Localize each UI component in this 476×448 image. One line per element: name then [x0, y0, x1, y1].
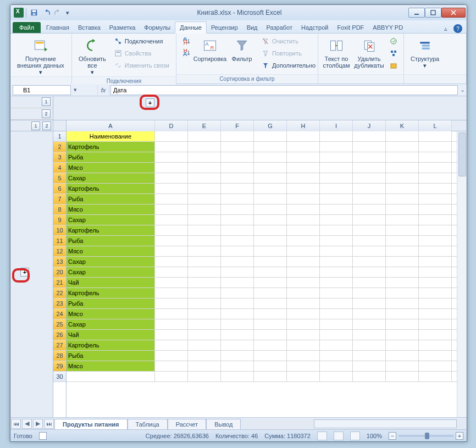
cell[interactable]	[254, 319, 287, 329]
cell[interactable]	[221, 340, 254, 350]
cell[interactable]: Сахар	[67, 215, 155, 225]
tab-foxit[interactable]: Foxit PDF	[333, 22, 368, 33]
row-group-expand-button[interactable]: +	[20, 268, 29, 276]
cell[interactable]	[419, 278, 452, 287]
advanced-filter-button[interactable]: Дополнительно	[259, 60, 318, 71]
cell[interactable]	[287, 163, 320, 173]
cell[interactable]	[188, 361, 221, 371]
cell[interactable]	[419, 361, 452, 371]
tab-formulas[interactable]: Формулы	[140, 22, 175, 33]
cell[interactable]	[155, 361, 188, 371]
cell[interactable]	[419, 351, 452, 361]
cells-grid[interactable]: НаименованиеКартофельРыбаМясоСахарКартоф…	[67, 131, 467, 417]
cell[interactable]	[386, 361, 419, 371]
cell[interactable]	[221, 152, 254, 162]
cell[interactable]	[254, 361, 287, 371]
cell[interactable]	[320, 361, 353, 371]
row-header[interactable]: 3	[53, 152, 66, 163]
cell[interactable]	[386, 351, 419, 361]
row-header[interactable]: 1	[53, 131, 66, 142]
row-header[interactable]: 26	[53, 330, 66, 340]
text-to-columns-button[interactable]: Текст по столбцам	[322, 36, 351, 70]
cell[interactable]	[287, 204, 320, 214]
cell[interactable]	[221, 131, 254, 141]
sheet-nav-next[interactable]: ▶	[33, 419, 43, 429]
cell[interactable]	[188, 372, 221, 381]
whatif-button[interactable]	[387, 60, 400, 71]
cell[interactable]	[320, 184, 353, 193]
cell[interactable]	[155, 173, 188, 183]
row-header[interactable]: 27	[53, 340, 66, 351]
cell[interactable]	[155, 330, 188, 340]
cell[interactable]	[353, 372, 386, 381]
cell[interactable]	[287, 319, 320, 329]
row-header[interactable]: 20	[53, 267, 66, 278]
cell[interactable]	[320, 225, 353, 235]
cell[interactable]	[320, 163, 353, 173]
tab-review[interactable]: Рецензир	[207, 22, 242, 33]
cell[interactable]: Мясо	[67, 309, 155, 319]
cell[interactable]	[419, 257, 452, 267]
cell[interactable]: Рыба	[67, 351, 155, 361]
cell[interactable]	[320, 194, 353, 204]
macro-record-icon[interactable]	[39, 432, 47, 440]
cell[interactable]	[254, 236, 287, 246]
row-header[interactable]: 21	[53, 278, 66, 288]
cell[interactable]	[155, 267, 188, 277]
cell[interactable]	[287, 142, 320, 152]
row-outline-level-2[interactable]: 2	[42, 121, 51, 130]
cell[interactable]	[386, 194, 419, 204]
cell[interactable]	[188, 246, 221, 256]
col-header-L[interactable]: L	[419, 120, 452, 131]
cell[interactable]	[155, 142, 188, 152]
cell[interactable]	[320, 298, 353, 308]
cell[interactable]	[155, 298, 188, 308]
col-outline-level-1[interactable]: 1	[42, 97, 51, 106]
cell[interactable]	[287, 225, 320, 235]
tab-home[interactable]: Главная	[42, 22, 74, 33]
cell[interactable]	[254, 278, 287, 287]
tab-view[interactable]: Вид	[242, 22, 262, 33]
zoom-slider[interactable]	[398, 435, 453, 437]
undo-icon[interactable]	[41, 7, 52, 18]
cell[interactable]	[353, 184, 386, 193]
col-header-D[interactable]: D	[155, 120, 188, 131]
formula-expand-icon[interactable]: ⌄	[458, 86, 467, 93]
sheet-tab-0[interactable]: Продукты питания	[54, 419, 128, 429]
row-header[interactable]: 10	[53, 225, 66, 236]
cell[interactable]	[353, 163, 386, 173]
cell[interactable]	[353, 361, 386, 371]
cell[interactable]	[320, 309, 353, 319]
cell[interactable]	[353, 173, 386, 183]
cell[interactable]	[419, 319, 452, 329]
cell[interactable]	[287, 257, 320, 267]
sort-button[interactable]: АЯ Сортировка	[195, 36, 225, 63]
cell[interactable]	[320, 236, 353, 246]
filter-button[interactable]: Фильтр	[227, 36, 257, 63]
cell[interactable]	[419, 236, 452, 246]
col-header-K[interactable]: K	[386, 120, 419, 131]
cell[interactable]: Сахар	[67, 173, 155, 183]
cell[interactable]	[67, 372, 155, 381]
cell[interactable]	[287, 298, 320, 308]
formula-input[interactable]: Дата	[110, 85, 458, 95]
cell[interactable]: Мясо	[67, 246, 155, 256]
cell[interactable]	[419, 215, 452, 225]
cell[interactable]	[419, 372, 452, 381]
cell[interactable]: Наименование	[67, 131, 155, 141]
tab-addins[interactable]: Надстрой	[297, 22, 333, 33]
row-header[interactable]: 24	[53, 309, 66, 319]
cell[interactable]	[353, 298, 386, 308]
view-layout-button[interactable]	[334, 432, 344, 440]
cell[interactable]	[155, 288, 188, 298]
zoom-in-button[interactable]: +	[456, 432, 463, 440]
cell[interactable]	[221, 204, 254, 214]
sheet-tab-2[interactable]: Рассчет	[168, 419, 207, 429]
cell[interactable]	[155, 257, 188, 267]
cell[interactable]	[419, 194, 452, 204]
tab-abbyy[interactable]: ABBYY PD	[368, 22, 407, 33]
cell[interactable]	[386, 173, 419, 183]
cell[interactable]	[287, 288, 320, 298]
tab-insert[interactable]: Вставка	[74, 22, 105, 33]
cell[interactable]	[254, 225, 287, 235]
